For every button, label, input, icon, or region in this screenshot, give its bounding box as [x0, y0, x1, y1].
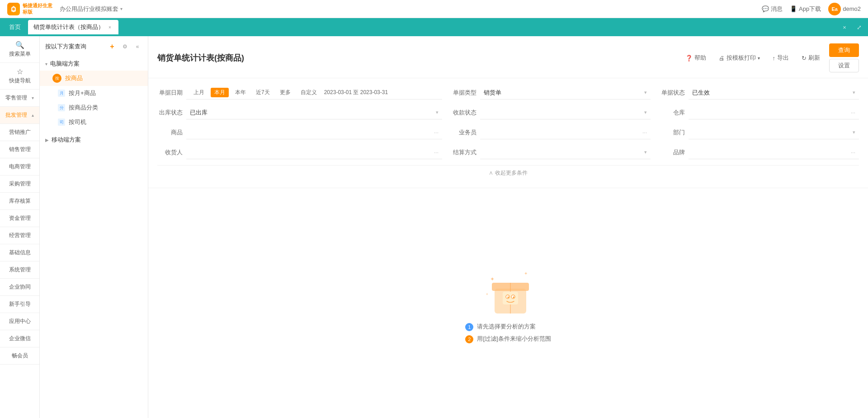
sidebar-item-ecommerce-label: 电商管理	[9, 163, 31, 170]
date-btn-7days[interactable]: 近7天	[252, 88, 274, 97]
date-btn-custom[interactable]: 自定义	[297, 88, 321, 97]
sidebar-item-system[interactable]: 系统管理	[0, 261, 39, 279]
scheme-settings-button[interactable]: ⚙	[120, 42, 130, 52]
tab-home[interactable]: 首页	[4, 20, 26, 34]
receiver-label: 收货人	[157, 148, 186, 157]
brand-more-icon[interactable]: ···	[851, 149, 855, 156]
refresh-button[interactable]: ↻ 刷新	[798, 52, 824, 64]
export-button[interactable]: ↑ 导出	[769, 52, 793, 64]
add-scheme-button[interactable]: +	[107, 42, 117, 52]
department-label: 部门	[660, 128, 689, 137]
tab-active-label: 销货单统计计表（按商品）	[33, 23, 104, 31]
date-control[interactable]: 上月 本月 本年 近7天 更多 自定义 2023-03-01 至 2023-03…	[186, 86, 442, 100]
window-close-button[interactable]: ×	[839, 22, 850, 33]
filter-field-date: 单据日期 上月 本月 本年 近7天 更多 自定义 2023-03-01 至 20…	[157, 86, 442, 100]
sub-scheme-icon-category: 分	[58, 104, 65, 111]
warehouse-control[interactable]: ···	[689, 106, 859, 119]
brand-label: 品牌	[660, 148, 689, 157]
filter-field-department: 部门 ▾	[660, 125, 859, 140]
payment-control[interactable]: ▾	[480, 106, 651, 119]
sub-scheme-driver[interactable]: 司 按司机	[40, 115, 148, 129]
print-button[interactable]: 🖨 按模板打印	[715, 52, 764, 64]
docstatus-control[interactable]: 已生效 ▾	[689, 86, 859, 100]
tab-close-button[interactable]: ×	[107, 24, 113, 30]
department-control[interactable]: ▾	[689, 126, 859, 139]
payment-dropdown-icon: ▾	[644, 109, 647, 115]
collapse-panel-button[interactable]: «	[132, 42, 142, 52]
scheme-group-mobile-header[interactable]: ▶ 移动端方案	[40, 133, 148, 147]
download-icon: 📱	[790, 5, 797, 12]
sidebar-item-wholesale[interactable]: 批发管理 ▴	[0, 107, 39, 124]
sidebar-item-wxwork-label: 企业微信	[9, 335, 31, 342]
sidebar-item-sales[interactable]: 销售管理	[0, 141, 39, 158]
export-icon: ↑	[773, 55, 776, 62]
scheme-group-desktop: ▾ 电脑端方案 按 按商品 月 按月+商品 分 按商品分类 司 按司机	[40, 55, 148, 131]
sidebar-item-operation-label: 经营管理	[9, 232, 31, 238]
settings-button[interactable]: 设置	[829, 59, 859, 72]
sidebar-item-operation[interactable]: 经营管理	[0, 227, 39, 244]
sidebar-item-purchase[interactable]: 采购管理	[0, 176, 39, 193]
collapse-filter-button[interactable]: ∧ 收起更多条件	[157, 165, 859, 180]
sidebar-item-quicknav[interactable]: ☆ 快捷导航	[0, 63, 39, 90]
sidebar-item-ecommerce[interactable]: 电商管理	[0, 158, 39, 176]
app-selector-label: 办公用品行业模拟账套	[60, 5, 118, 13]
sidebar-item-retail[interactable]: 零售管理 ▾	[0, 90, 39, 107]
help-icon: ❓	[685, 55, 693, 62]
query-button[interactable]: 查询	[829, 43, 859, 57]
sidebar-item-search[interactable]: 🔍 搜索菜单	[0, 36, 39, 63]
message-action[interactable]: 💬 消息	[762, 5, 783, 13]
warehouse-label: 仓库	[660, 109, 689, 117]
left-panel-header: 按以下方案查询 + ⚙ «	[40, 42, 148, 55]
date-btn-thismonth[interactable]: 本月	[211, 88, 229, 97]
sidebar-item-wholesale-label: 批发管理	[5, 111, 27, 119]
scheme-group-desktop-header[interactable]: ▾ 电脑端方案	[40, 57, 148, 71]
date-btn-more[interactable]: 更多	[276, 88, 294, 97]
filter-row-2: 出库状态 已出库 ▾ 收款状态 ▾ 仓库	[157, 105, 859, 120]
scheme-item-by-goods[interactable]: 按 按商品	[40, 71, 148, 86]
header-left: 畅捷通好生意 标版 办公用品行业模拟账套 ▾	[7, 3, 126, 15]
sidebar-item-member[interactable]: 畅会员	[0, 347, 39, 365]
tab-bar: 首页 销货单统计计表（按商品） × × ⤢	[0, 18, 868, 36]
logo-icon	[7, 3, 20, 15]
settlement-control[interactable]: ▾	[480, 146, 651, 159]
page-header: 销货单统计计表(按商品) ❓ 帮助 🖨 按模板打印 ↑ 导出	[148, 36, 868, 78]
tab-active[interactable]: 销货单统计计表（按商品） ×	[28, 20, 118, 34]
receiver-control[interactable]: ···	[186, 146, 442, 159]
salesperson-control[interactable]: ···	[480, 126, 651, 139]
doctype-control[interactable]: 销货单 ▾	[480, 86, 651, 100]
sub-scheme-month-goods[interactable]: 月 按月+商品	[40, 86, 148, 100]
sidebar-item-collab[interactable]: 企业协同	[0, 279, 39, 296]
app-download-action[interactable]: 📱 App下载	[790, 5, 821, 13]
help-button[interactable]: ❓ 帮助	[682, 52, 710, 64]
top-header: 畅捷通好生意 标版 办公用品行业模拟账套 ▾ 💬 消息 📱 App下载 Ea d…	[0, 0, 868, 18]
sub-scheme-goods-category[interactable]: 分 按商品分类	[40, 100, 148, 115]
warehouse-more-icon[interactable]: ···	[851, 109, 855, 116]
department-dropdown-icon: ▾	[853, 129, 855, 135]
sidebar-item-wxwork[interactable]: 企业微信	[0, 330, 39, 347]
logo-area[interactable]: 畅捷通好生意 标版	[7, 3, 52, 15]
sidebar-item-finance[interactable]: 资金管理	[0, 210, 39, 227]
receiver-more-icon[interactable]: ···	[434, 149, 439, 156]
sidebar-item-basic[interactable]: 基础信息	[0, 244, 39, 261]
brand-control[interactable]: ···	[689, 146, 859, 159]
outstatus-label: 出库状态	[157, 109, 186, 117]
app-selector[interactable]: 办公用品行业模拟账套 ▾	[56, 3, 126, 15]
goods-more-icon[interactable]: ···	[434, 129, 439, 136]
date-btn-lastmonth[interactable]: 上月	[190, 88, 208, 97]
avatar: Ea	[828, 3, 841, 15]
settlement-label: 结算方式	[451, 148, 480, 157]
sidebar-item-guide[interactable]: 新手引导	[0, 296, 39, 313]
chevron-right-icon: ▶	[45, 138, 49, 142]
date-btn-thisyear[interactable]: 本年	[231, 88, 250, 97]
sidebar-item-marketing[interactable]: 营销推广	[0, 124, 39, 141]
salesperson-more-icon[interactable]: ···	[642, 129, 647, 136]
outstatus-control[interactable]: 已出库 ▾	[186, 106, 442, 119]
doctype-dropdown-icon: ▾	[644, 90, 647, 95]
user-area[interactable]: Ea demo2	[828, 3, 861, 15]
window-maximize-button[interactable]: ⤢	[854, 22, 864, 33]
goods-control[interactable]: ···	[186, 126, 442, 139]
sidebar-item-appcenter[interactable]: 应用中心	[0, 313, 39, 330]
sidebar-item-inventory[interactable]: 库存核算	[0, 193, 39, 210]
filter-field-goods: 商品 ···	[157, 125, 442, 140]
salesperson-label: 业务员	[451, 128, 480, 137]
